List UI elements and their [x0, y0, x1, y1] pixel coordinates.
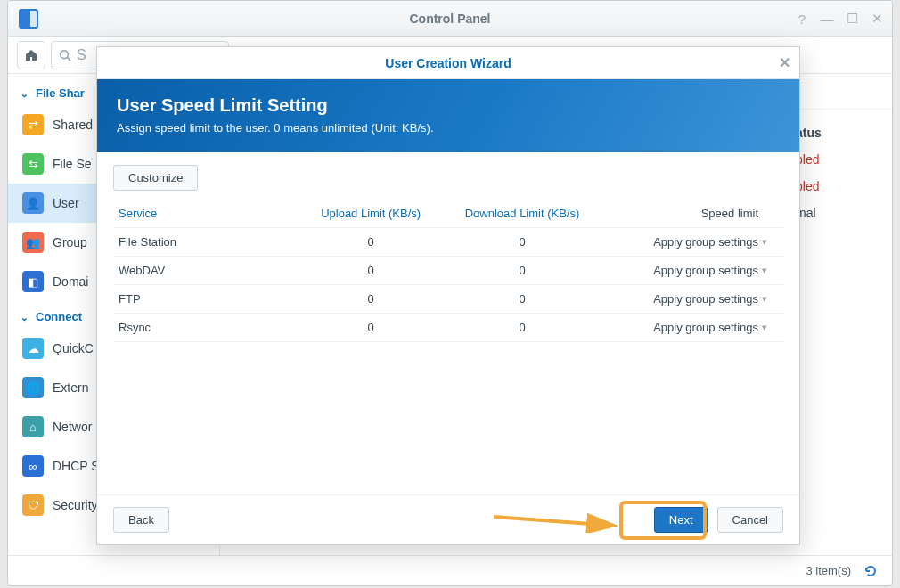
- refresh-button[interactable]: [862, 562, 880, 580]
- sidebar-item-label: DHCP S: [53, 459, 100, 473]
- cloud-icon: ☁: [22, 338, 44, 359]
- col-service[interactable]: Service: [119, 207, 295, 220]
- cell-upload: 0: [295, 321, 446, 334]
- speed-dropdown[interactable]: ▾: [762, 293, 778, 305]
- speed-limit-table: Service Upload Limit (KB/s) Download Lim…: [113, 200, 783, 342]
- sidebar-item-label: Networ: [53, 420, 92, 434]
- window-controls: ? — ☐ ✕: [794, 1, 885, 37]
- svg-point-0: [61, 50, 69, 58]
- cell-speed: Apply group settings: [598, 264, 762, 277]
- col-speed[interactable]: Speed limit: [598, 207, 762, 220]
- modal-footer: Back Next Cancel: [97, 494, 799, 544]
- col-upload[interactable]: Upload Limit (KB/s): [295, 207, 446, 220]
- svg-line-1: [68, 57, 71, 61]
- table-row[interactable]: File Station00Apply group settings▾: [113, 228, 783, 257]
- sidebar-item-label: Security: [53, 498, 98, 512]
- user-creation-wizard: User Creation Wizard ✕ User Speed Limit …: [96, 46, 800, 545]
- status-value: mal: [796, 206, 876, 220]
- sidebar-item-label: User: [53, 196, 79, 210]
- speed-dropdown[interactable]: ▾: [762, 236, 778, 248]
- cell-service: FTP: [119, 292, 295, 306]
- cell-download: 0: [446, 235, 598, 249]
- group-icon: 👥: [22, 232, 44, 253]
- table-row[interactable]: WebDAV00Apply group settings▾: [113, 257, 783, 285]
- search-placeholder: S: [77, 47, 86, 63]
- cell-upload: 0: [295, 264, 446, 277]
- next-button[interactable]: Next: [654, 507, 708, 533]
- statusbar: 3 item(s): [8, 555, 892, 585]
- cell-upload: 0: [295, 292, 446, 306]
- back-button[interactable]: Back: [113, 507, 169, 533]
- dhcp-icon: ∞: [22, 455, 44, 477]
- table-row[interactable]: FTP00Apply group settings▾: [113, 285, 783, 314]
- search-icon: [59, 49, 71, 61]
- globe-icon: 🌐: [22, 377, 44, 398]
- cell-service: File Station: [119, 235, 295, 249]
- speed-dropdown[interactable]: ▾: [762, 322, 778, 333]
- cell-download: 0: [446, 292, 598, 306]
- customize-button[interactable]: Customize: [113, 165, 198, 191]
- window-title: Control Panel: [8, 12, 892, 26]
- modal-subheading: Assign speed limit to the user. 0 means …: [117, 121, 780, 135]
- col-download[interactable]: Download Limit (KB/s): [446, 207, 598, 220]
- status-column: atus bled bled mal: [796, 126, 876, 233]
- help-icon[interactable]: ?: [794, 12, 810, 27]
- cancel-button[interactable]: Cancel: [717, 507, 783, 533]
- status-header: atus: [796, 126, 876, 140]
- table-row[interactable]: Rsync00Apply group settings▾: [113, 314, 783, 342]
- minimize-icon[interactable]: —: [819, 12, 835, 27]
- cell-speed: Apply group settings: [598, 292, 762, 306]
- maximize-icon[interactable]: ☐: [844, 11, 860, 27]
- item-count: 3 item(s): [806, 564, 851, 577]
- folder-share-icon: ⇄: [22, 114, 44, 135]
- home-button[interactable]: [17, 41, 45, 69]
- refresh-icon: [863, 564, 878, 578]
- sidebar-item-label: Shared: [53, 118, 93, 132]
- modal-heading: User Speed Limit Setting: [117, 95, 780, 116]
- domain-icon: ◧: [22, 271, 44, 292]
- modal-close-button[interactable]: ✕: [779, 54, 790, 71]
- table-header: Service Upload Limit (KB/s) Download Lim…: [113, 200, 783, 228]
- speed-dropdown[interactable]: ▾: [762, 265, 778, 276]
- file-service-icon: ⇆: [22, 153, 44, 175]
- cell-speed: Apply group settings: [598, 321, 762, 334]
- cell-service: WebDAV: [119, 264, 295, 277]
- modal-titlebar[interactable]: User Creation Wizard ✕: [97, 47, 799, 79]
- sidebar-item-label: Group: [53, 235, 87, 249]
- cell-download: 0: [446, 264, 598, 277]
- network-icon: ⌂: [22, 416, 44, 437]
- sidebar-item-label: Extern: [53, 380, 88, 395]
- cell-download: 0: [446, 321, 598, 334]
- sidebar-item-label: File Se: [53, 157, 92, 171]
- close-icon[interactable]: ✕: [869, 11, 885, 27]
- cell-speed: Apply group settings: [598, 235, 762, 249]
- modal-title: User Creation Wizard: [385, 56, 511, 70]
- sidebar-item-label: QuickC: [53, 341, 94, 355]
- cell-upload: 0: [295, 235, 446, 249]
- status-value: bled: [796, 152, 876, 167]
- sidebar-item-label: Domai: [53, 274, 88, 289]
- shield-icon: 🛡: [22, 494, 44, 516]
- window-titlebar[interactable]: Control Panel ? — ☐ ✕: [8, 1, 892, 37]
- modal-body: Customize Service Upload Limit (KB/s) Do…: [97, 152, 799, 494]
- user-icon: 👤: [22, 192, 44, 214]
- modal-header: User Speed Limit Setting Assign speed li…: [97, 79, 799, 152]
- status-value: bled: [796, 179, 876, 193]
- cell-service: Rsync: [119, 321, 295, 334]
